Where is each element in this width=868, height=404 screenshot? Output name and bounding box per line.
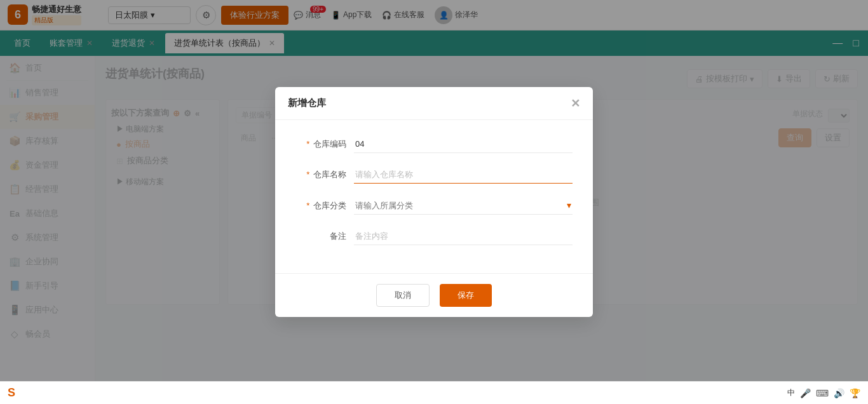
dialog-header: 新增仓库 ✕: [275, 87, 593, 120]
dialog-title: 新增仓库: [288, 97, 326, 109]
category-select-wrapper: ▾: [354, 196, 573, 215]
category-dropdown-arrow-icon[interactable]: ▾: [567, 200, 571, 210]
name-input[interactable]: [354, 166, 573, 184]
bottom-bar: S 中 🎤 ⌨ 🔊 🏆: [0, 381, 868, 404]
dialog-body: * 仓库编码 * 仓库名称 * 仓库分类: [275, 120, 593, 273]
form-row-name: * 仓库名称: [295, 166, 573, 184]
dialog-footer: 取消 保存: [275, 273, 593, 317]
save-button[interactable]: 保存: [440, 284, 492, 307]
name-label: * 仓库名称: [295, 169, 346, 180]
form-row-code: * 仓库编码: [295, 135, 573, 153]
new-warehouse-dialog: 新增仓库 ✕ * 仓库编码 * 仓库名称: [275, 87, 593, 317]
form-row-note: 备注: [295, 227, 573, 245]
microphone-icon[interactable]: 🎤: [800, 388, 811, 398]
bottom-logo-icon: S: [8, 386, 15, 400]
cancel-button[interactable]: 取消: [376, 284, 430, 307]
bottom-icon-group: 中 🎤 ⌨ 🔊 🏆: [787, 387, 860, 398]
form-row-category: * 仓库分类 ▾: [295, 196, 573, 215]
category-label: * 仓库分类: [295, 200, 346, 212]
dialog-close-icon[interactable]: ✕: [571, 98, 580, 109]
trophy-icon[interactable]: 🏆: [850, 388, 860, 398]
chinese-input-icon[interactable]: 中: [787, 387, 795, 398]
modal-overlay: 新增仓库 ✕ * 仓库编码 * 仓库名称: [0, 0, 868, 404]
note-label: 备注: [295, 231, 346, 242]
keyboard-icon[interactable]: ⌨: [816, 388, 829, 398]
speaker-icon[interactable]: 🔊: [834, 388, 844, 398]
code-label: * 仓库编码: [295, 138, 346, 150]
category-input[interactable]: [355, 201, 567, 210]
code-input[interactable]: [354, 135, 573, 153]
note-input[interactable]: [354, 227, 573, 245]
